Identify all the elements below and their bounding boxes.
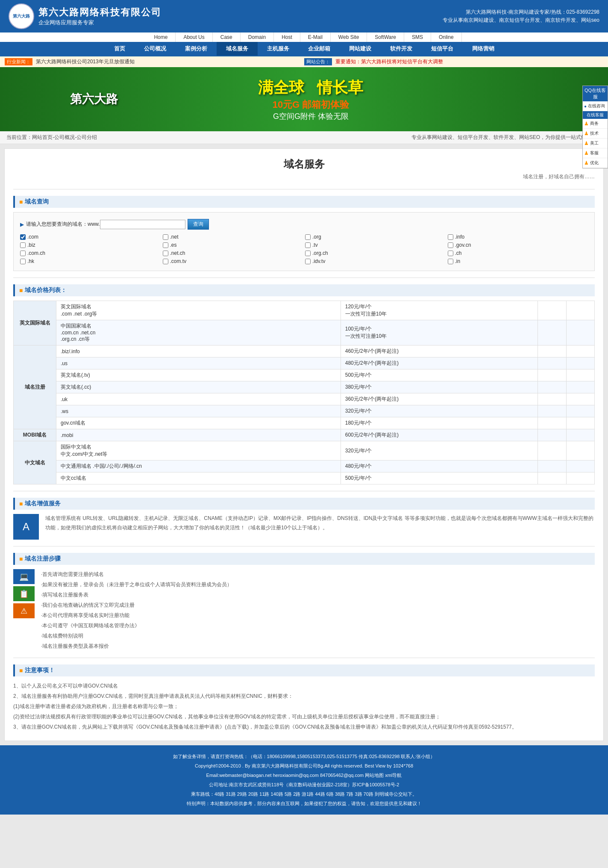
label-info: .info [455, 234, 465, 240]
price-reg-2-extra1 [538, 357, 566, 369]
checkbox-hk[interactable] [20, 259, 26, 264]
qq-optimize[interactable]: ♟ 优化 [583, 158, 608, 168]
domain-query-button[interactable]: 查询 [188, 219, 209, 230]
qq-service[interactable]: ♟ 客服 [583, 148, 608, 158]
domain-type-comtv: .com.tv [163, 258, 303, 264]
domain-types-grid: .com .net .org .info .biz .es [20, 234, 588, 264]
checkbox-org[interactable] [305, 234, 311, 240]
company-name: 第六大路网络科技有限公司 [38, 6, 162, 19]
nav-webbuilder[interactable]: 网站建设 [340, 42, 381, 56]
checkbox-info[interactable] [448, 234, 453, 240]
table-row: 中国国家域名.com.cn .net.cn.org.cn .cn等 100元/年… [14, 320, 595, 345]
table-row: 英文国际域名 英文国际域名.com .net .org等 120元/年/个一次性… [14, 301, 595, 320]
step-4: ·我们会在地查确认的情况下立即完成注册 [41, 600, 232, 610]
checkbox-ch[interactable] [448, 251, 453, 256]
nav-case[interactable]: 案例分析 [176, 42, 217, 56]
nav-top-online[interactable]: Online [431, 32, 462, 42]
notes-section-header: ■ 注意事项！ [13, 664, 595, 676]
ticker-bar: 行业新闻： 第六大路网络科技公司2013年元旦放假通知 网站公告： 重要通知：第… [0, 56, 608, 67]
page-content: 域名服务 域名注册，好域名自己拥有…… ■ 域名查询 ▶ 请输入您想要查询的域名… [4, 148, 604, 741]
table-row: 中文通用域名 .中国/./公司/./网络/.cn 480元/年/个 [14, 461, 595, 472]
label-idvtv: .idv.tv [312, 258, 325, 264]
step-2: ·如果没有被注册，登录会员（未注册于之单位或个人请填写会员资料注册成为会员） [41, 579, 232, 590]
section-icon-1: ■ [19, 198, 23, 205]
checkbox-es[interactable] [163, 242, 168, 248]
qq-tech[interactable]: ♟ 技术 [583, 129, 608, 139]
domain-type-idvtv: .idv.tv [305, 258, 446, 264]
nav-about[interactable]: 公司概况 [135, 42, 176, 56]
domain-type-tv: .tv [305, 242, 446, 248]
nav-mail[interactable]: 企业邮箱 [299, 42, 340, 56]
price-mobi-name: .mobi [56, 429, 341, 441]
nav-top-sms[interactable]: SMS [404, 32, 431, 42]
price-cn-3-extra1 [538, 472, 566, 484]
section-icon-5: ■ [19, 667, 23, 674]
nav-top-case[interactable]: Case [213, 32, 241, 42]
qq-design-label: 美工 [590, 140, 599, 146]
section-icon-2: ■ [19, 287, 23, 294]
nav-software[interactable]: 软件开发 [381, 42, 422, 56]
category-chinese: 中文域名 [14, 441, 56, 484]
nav-top-host[interactable]: Host [274, 32, 300, 42]
qq-business[interactable]: ♟ 商务 [583, 119, 608, 129]
price-intl-1-extra1 [538, 301, 566, 320]
domain-type-govcn: .gov.cn [448, 242, 588, 248]
price-reg-7-extra1 [538, 417, 566, 429]
checkbox-com[interactable] [20, 234, 26, 240]
domain-type-ch: .ch [448, 250, 588, 256]
checkbox-comtv[interactable] [163, 259, 168, 264]
label-govcn: .gov.cn [455, 242, 471, 248]
checkbox-biz[interactable] [20, 242, 26, 248]
section-icon-3: ■ [19, 500, 23, 507]
price-section-title: 域名价格列表： [25, 286, 67, 294]
checkbox-govcn[interactable] [448, 242, 453, 248]
value-section-header: ■ 域名增值服务 [13, 498, 595, 510]
nav-marketing[interactable]: 网络营销 [463, 42, 504, 56]
domain-type-org: .org [305, 234, 446, 240]
nav-top-email[interactable]: E-Mail [300, 32, 331, 42]
category-registration: 域名注册 [14, 345, 56, 429]
qq-design[interactable]: ♟ 美工 [583, 139, 608, 148]
step-icon-char-3: ⚠ [21, 606, 27, 616]
nav-domain[interactable]: 域名服务 [217, 42, 258, 56]
qq-online-service: 在线客服 [583, 111, 608, 119]
nav-top-domain[interactable]: Domain [241, 32, 274, 42]
qq-sidebar-header: QQ在线客服 [583, 86, 608, 101]
value-icon-char: A [23, 521, 29, 533]
checkbox-tv[interactable] [305, 242, 311, 248]
header-top: 第六大路 第六大路网络科技有限公司 企业网络应用服务专家 第六大路网络科技-南京… [0, 0, 608, 32]
nav-top-website[interactable]: Web Site [331, 32, 367, 42]
checkbox-comch[interactable] [20, 251, 26, 256]
price-cn-2-extra1 [538, 461, 566, 472]
header-contact: 第六大路网络科技-南京网站建设专家/热线：025-83692298 专业从事南京… [443, 8, 599, 24]
nav-top-software[interactable]: SoftWare [367, 32, 404, 42]
price-cn-2-name: 中文通用域名 .中国/./公司/./网络/.cn [56, 461, 341, 472]
qq-business-label: 商务 [590, 121, 599, 127]
divider-5 [13, 658, 595, 658]
query-prefix: 请输入您想要查询的域名：www. [26, 221, 100, 228]
nav-top-about[interactable]: About Us [176, 32, 212, 42]
value-icon: A [13, 514, 39, 540]
checkbox-orgch[interactable] [305, 251, 311, 256]
checkbox-idvtv[interactable] [305, 259, 311, 264]
ticker-news-label: 行业新闻： [5, 58, 32, 65]
price-intl-2-extra2 [566, 320, 594, 345]
qq-online-consult[interactable]: ● 在线咨询 [583, 101, 608, 111]
nav-top-home[interactable]: Home [146, 32, 176, 42]
nav-host[interactable]: 主机服务 [258, 42, 299, 56]
ticker-news-text: 第六大路网络科技公司2013年元旦放假通知 [36, 58, 135, 65]
table-row: .ws 320元/年/个 [14, 405, 595, 417]
checkbox-netch[interactable] [163, 251, 168, 256]
page-subtitle: 域名注册，好域名自己拥有…… [13, 173, 595, 180]
price-cn-1-extra1 [538, 441, 566, 461]
domain-query-input[interactable] [100, 220, 185, 229]
banner-third-text: G空间G附件 体验无限 [258, 111, 363, 121]
checkbox-in[interactable] [448, 259, 453, 264]
price-mobi-price: 600元/2年/个(两年起注) [341, 429, 538, 441]
price-reg-1-extra2 [566, 345, 594, 357]
nav-home[interactable]: 首页 [105, 42, 135, 56]
nav-sms[interactable]: 短信平台 [422, 42, 463, 56]
checkbox-net[interactable] [163, 234, 168, 240]
query-row: ▶ 请输入您想要查询的域名：www. 查询 [20, 219, 588, 230]
price-reg-1-name: .biz/.info [56, 345, 341, 357]
